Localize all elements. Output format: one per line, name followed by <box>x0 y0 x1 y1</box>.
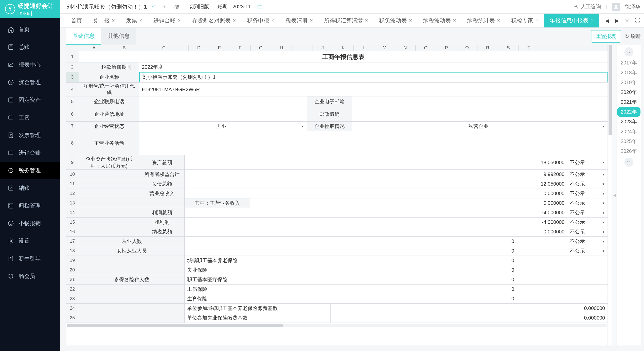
holding-dropdown[interactable]: 私营企业 <box>352 122 608 131</box>
vertical-scrollbar[interactable] <box>608 45 613 345</box>
main-biz-value[interactable] <box>139 131 608 155</box>
fin-sub-value[interactable]: 0.000000 <box>250 198 567 208</box>
ins-value[interactable]: 0 <box>265 275 517 284</box>
fin-value[interactable]: 12.050000 <box>185 179 567 189</box>
sidebar-item-8[interactable]: 税务管理 <box>0 162 60 179</box>
tab-8[interactable]: 税负波动表✕ <box>374 14 418 27</box>
subtab-basic[interactable]: 基础信息 <box>66 28 101 45</box>
fin-pub-dropdown[interactable]: 不公示 <box>567 170 608 179</box>
tax-period-value[interactable]: 2022年度 <box>139 62 608 72</box>
phone-value[interactable] <box>139 96 307 107</box>
col-header-N[interactable]: N <box>395 45 416 51</box>
close-icon[interactable]: ✕ <box>365 18 368 23</box>
row-header[interactable]: 3 <box>66 72 79 82</box>
col-header-T[interactable]: T <box>519 45 539 51</box>
email-value[interactable] <box>352 96 608 107</box>
sidebar-item-1[interactable]: 总账 <box>0 38 60 56</box>
sidebar-item-2[interactable]: 报表中心 <box>0 56 60 74</box>
base2-value[interactable]: 0.000000 <box>331 313 608 323</box>
close-icon[interactable]: ✕ <box>409 18 412 23</box>
sidebar-item-13[interactable]: 新手引导 <box>0 250 60 267</box>
row-header[interactable]: 24 <box>66 304 79 313</box>
close-icon[interactable]: ✕ <box>233 18 236 23</box>
fin-value[interactable]: -4.000000 <box>185 208 567 217</box>
row-header[interactable]: 6 <box>66 107 79 121</box>
fin-pub-dropdown[interactable]: 不公示 <box>567 155 608 169</box>
company-selector[interactable]: 刘小艳演示账套（勿删勿动！）1 ﹀ <box>66 3 155 11</box>
row-header[interactable]: 5 <box>66 96 79 107</box>
tab-9[interactable]: 纳税波动表✕ <box>418 14 462 27</box>
col-header-A[interactable]: A <box>79 45 109 51</box>
sidebar-item-3[interactable]: 资金管理 <box>0 74 60 91</box>
tab-2[interactable]: 发票✕ <box>120 14 148 27</box>
female-value[interactable]: 0 <box>185 246 517 256</box>
row-header[interactable]: 11 <box>66 179 79 189</box>
row-header[interactable]: 16 <box>66 227 79 236</box>
row-header[interactable]: 1 <box>66 51 79 62</box>
sidebar-item-0[interactable]: 首页 <box>0 21 60 38</box>
tab-close-all-icon[interactable]: ✕ <box>623 18 631 24</box>
tab-4[interactable]: 存货别名对照表✕ <box>186 14 242 27</box>
col-header-P[interactable]: P <box>436 45 457 51</box>
col-header-E[interactable]: E <box>209 45 230 51</box>
row-header[interactable]: 12 <box>66 189 79 198</box>
fin-pub-dropdown[interactable]: 不公示 <box>567 208 608 217</box>
close-icon[interactable]: ✕ <box>178 18 181 23</box>
col-header-O[interactable]: O <box>416 45 436 51</box>
year-up-icon[interactable]: ︿ <box>624 47 633 56</box>
close-icon[interactable]: ✕ <box>271 18 274 23</box>
spreadsheet[interactable]: ABCDEFGHIJKLMNOPQRST 1工商年报信息表2税款所属期间：202… <box>66 45 608 345</box>
row-header[interactable]: 25 <box>66 313 79 323</box>
row-header[interactable]: 2 <box>66 62 79 72</box>
col-header-F[interactable]: F <box>230 45 251 51</box>
subtab-other[interactable]: 其他信息 <box>101 28 136 45</box>
row-header[interactable]: 4 <box>66 83 79 96</box>
row-header[interactable]: 20 <box>66 265 79 275</box>
emp-value[interactable]: 0 <box>185 237 517 246</box>
sidebar-item-6[interactable]: 发票管理 <box>0 126 60 144</box>
row-header[interactable]: 15 <box>66 218 79 227</box>
select-all-cell[interactable] <box>66 45 79 51</box>
col-header-S[interactable]: S <box>498 45 519 51</box>
reset-button[interactable]: 重置报表 <box>591 30 621 43</box>
close-icon[interactable]: ✕ <box>453 18 456 23</box>
tab-next-icon[interactable]: ▶ <box>614 18 620 24</box>
year-2020年[interactable]: 2020年 <box>617 87 640 97</box>
close-icon[interactable]: ✕ <box>497 18 500 23</box>
row-header[interactable]: 17 <box>66 237 79 246</box>
year-2023年[interactable]: 2023年 <box>617 117 640 127</box>
col-header-K[interactable]: K <box>333 45 354 51</box>
row-header[interactable]: 13 <box>66 198 79 208</box>
tab-prev-icon[interactable]: ◀ <box>604 18 611 24</box>
zip-value[interactable] <box>352 107 608 121</box>
fin-pub-dropdown[interactable]: 不公示 <box>567 218 608 227</box>
sidebar-item-10[interactable]: 归档管理 <box>0 197 60 215</box>
calendar-icon[interactable] <box>256 3 264 11</box>
consult-button[interactable]: 人工咨询 <box>573 3 601 10</box>
female-pub-dropdown[interactable]: 不公示 <box>567 246 608 256</box>
col-header-I[interactable]: I <box>292 45 312 51</box>
old-version-button[interactable]: 切到旧版 <box>186 2 212 11</box>
close-icon[interactable]: ✕ <box>139 18 142 23</box>
tab-1[interactable]: 兑申报✕ <box>88 14 120 27</box>
col-header-R[interactable]: R <box>477 45 498 51</box>
gear-icon[interactable] <box>173 3 181 11</box>
fullscreen-icon[interactable]: ⛶ <box>634 18 642 23</box>
col-header-C[interactable]: C <box>139 45 189 51</box>
sidebar-item-14[interactable]: 畅会员 <box>0 267 60 285</box>
row-header[interactable]: 18 <box>66 246 79 256</box>
ins-value[interactable]: 0 <box>265 256 517 265</box>
ins-value[interactable]: 0 <box>265 285 517 294</box>
username[interactable]: 徐泽华 <box>625 3 640 10</box>
close-icon[interactable]: ✕ <box>590 18 594 23</box>
fin-pub-dropdown[interactable]: 不公示 <box>567 179 608 189</box>
close-icon[interactable]: ✕ <box>310 18 313 23</box>
tab-7[interactable]: 所得税汇算清缴✕ <box>318 14 374 27</box>
status-dropdown[interactable]: 开业 <box>139 122 307 131</box>
sidebar-item-4[interactable]: 固定资产 <box>0 91 60 109</box>
row-header[interactable]: 21 <box>66 275 79 284</box>
horizontal-scrollbar[interactable] <box>66 323 608 328</box>
fin-value[interactable]: 0.000000 <box>185 227 567 236</box>
col-header-H[interactable]: H <box>271 45 292 51</box>
col-header-D[interactable]: D <box>189 45 209 51</box>
